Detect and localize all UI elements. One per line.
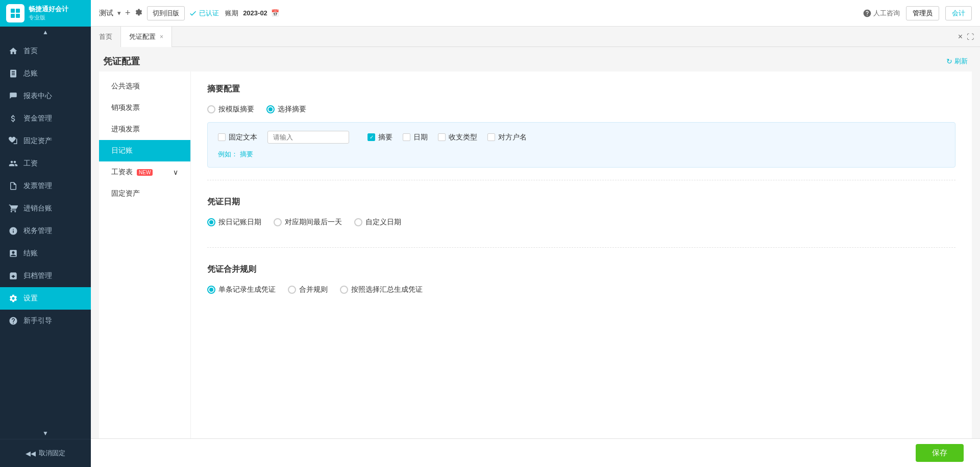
tabbar-close-button[interactable]: × — [958, 32, 963, 41]
tax-icon — [8, 226, 18, 236]
page-footer: 保存 — [91, 438, 980, 467]
archive-icon — [8, 271, 18, 281]
right-panel: 摘要配置 按模版摘要 选择摘要 — [191, 72, 972, 467]
sidebar-item-home[interactable]: 首页 — [0, 40, 91, 62]
sidebar: 畅捷通好会计 专业版 ▲ 首页 总账 报表中心 资金管理 — [0, 0, 91, 467]
refresh-button[interactable]: ↻ 刷新 — [946, 57, 968, 66]
radio-select-circle — [266, 105, 275, 113]
menu-item-payroll[interactable]: 工资表 NEW ∨ — [99, 161, 190, 183]
page-title: 凭证配置 — [103, 55, 140, 67]
sidebar-nav: 首页 总账 报表中心 资金管理 固定资产 — [0, 38, 91, 428]
summary-config-title: 摘要配置 — [207, 84, 955, 95]
app-logo-text: 畅捷通好会计 专业版 — [29, 5, 68, 21]
checkbox-date[interactable]: 日期 — [403, 133, 428, 142]
fund-icon — [8, 113, 18, 124]
sidebar-item-guide[interactable]: 新手引导 — [0, 310, 91, 332]
report-icon — [8, 91, 18, 101]
company-name: 测试 — [99, 9, 113, 18]
verified-badge: 已认证 — [189, 9, 219, 18]
page-header: 凭证配置 ↻ 刷新 — [91, 47, 980, 72]
checkbox-summary[interactable]: ✓ 摘要 — [368, 133, 393, 142]
tabbar-right: × ⛶ — [952, 32, 980, 41]
summary-radio-group: 按模版摘要 选择摘要 — [207, 105, 955, 114]
sidebar-item-close-account[interactable]: 结账 — [0, 242, 91, 265]
accountant-button[interactable]: 会计 — [945, 6, 972, 20]
content-inner: 凭证配置 ↻ 刷新 公共选项 销项发票 进项发票 日记账 — [91, 47, 980, 467]
radio-aggregate[interactable]: 按照选择汇总生成凭证 — [340, 285, 423, 294]
invoice-icon — [8, 181, 18, 191]
sidebar-item-invoice[interactable]: 发票管理 — [0, 175, 91, 197]
section-summary-config: 摘要配置 按模版摘要 选择摘要 — [207, 84, 955, 180]
radio-journal-date[interactable]: 按日记账日期 — [207, 218, 261, 227]
checkbox-fixed-text[interactable]: 固定文本 — [218, 133, 257, 142]
sidebar-item-fund[interactable]: 资金管理 — [0, 107, 91, 130]
tabbar: 首页 凭证配置 × × ⛶ — [91, 27, 980, 47]
radio-template-summary[interactable]: 按模版摘要 — [207, 105, 254, 114]
menu-item-public[interactable]: 公共选项 — [99, 76, 190, 97]
menu-item-fixed-assets[interactable]: 固定资产 — [99, 183, 190, 204]
tab-voucher-config[interactable]: 凭证配置 × — [121, 27, 172, 47]
sidebar-item-archive[interactable]: 归档管理 — [0, 265, 91, 287]
asset-icon — [8, 136, 18, 146]
left-menu: 公共选项 销项发票 进项发票 日记账 工资表 NEW ∨ — [99, 72, 191, 467]
consult-button[interactable]: 人工咨询 — [863, 9, 900, 18]
sidebar-item-tax[interactable]: 税务管理 — [0, 220, 91, 242]
sidebar-scroll-up[interactable]: ▲ — [0, 27, 91, 38]
radio-select-summary[interactable]: 选择摘要 — [266, 105, 306, 114]
period-label: 账期 2023-02 📅 — [225, 9, 280, 18]
cancel-fixed-button[interactable]: ◀◀ 取消固定 — [0, 445, 91, 462]
header-settings-button[interactable] — [135, 8, 143, 18]
menu-item-sales-invoice[interactable]: 销项发票 — [99, 97, 190, 119]
single-record-circle — [207, 286, 215, 294]
add-button[interactable]: + — [125, 8, 131, 18]
tab-close-icon[interactable]: × — [160, 33, 163, 40]
sidebar-bottom: ◀◀ 取消固定 — [0, 439, 91, 467]
sidebar-item-report[interactable]: 报表中心 — [0, 85, 91, 107]
menu-item-journal[interactable]: 日记账 — [99, 140, 190, 161]
cancel-fixed-icon: ◀◀ — [26, 450, 36, 457]
radio-period-last-day[interactable]: 对应期间最后一天 — [274, 218, 342, 227]
checkbox-payment-type[interactable]: 收支类型 — [438, 133, 477, 142]
sidebar-item-purchase[interactable]: 进销台账 — [0, 197, 91, 220]
ledger-icon — [8, 68, 18, 79]
sidebar-item-ledger[interactable]: 总账 — [0, 62, 91, 85]
radio-template-circle — [207, 105, 215, 113]
app-logo-icon — [6, 4, 24, 22]
menu-item-purchase-invoice[interactable]: 进项发票 — [99, 119, 190, 140]
tabbar-expand-button[interactable]: ⛶ — [967, 33, 974, 41]
voucher-date-title: 凭证日期 — [207, 197, 955, 207]
journal-date-circle — [207, 218, 215, 226]
fixed-text-checkbox — [218, 133, 226, 141]
sidebar-item-salary[interactable]: 工资 — [0, 152, 91, 175]
payment-type-checkbox — [438, 133, 446, 141]
settings-icon — [8, 293, 18, 303]
summary-options-box: 固定文本 ✓ 摘要 日期 — [207, 122, 955, 168]
layout-body: 公共选项 销项发票 进项发票 日记账 工资表 NEW ∨ — [99, 72, 972, 467]
example-text: 例如： 摘要 — [218, 150, 945, 159]
radio-custom-date[interactable]: 自定义日期 — [354, 218, 401, 227]
counterparty-checkbox — [487, 133, 495, 141]
voucher-date-radio-group: 按日记账日期 对应期间最后一天 自定义日期 — [207, 218, 955, 227]
switch-old-version-button[interactable]: 切到旧版 — [147, 6, 185, 20]
header: 测试 ▾ + 切到旧版 已认证 账期 2023-02 📅 人工咨询 管理员 会计 — [91, 0, 980, 27]
sidebar-item-asset[interactable]: 固定资产 — [0, 130, 91, 152]
company-dropdown-button[interactable]: ▾ — [117, 9, 121, 17]
sidebar-item-settings[interactable]: 设置 — [0, 287, 91, 310]
tab-home[interactable]: 首页 — [91, 27, 121, 47]
svg-rect-1 — [16, 9, 20, 13]
svg-rect-0 — [11, 9, 15, 13]
guide-icon — [8, 316, 18, 326]
fixed-text-input[interactable] — [267, 131, 349, 144]
radio-merge-rule[interactable]: 合并规则 — [288, 285, 328, 294]
new-badge: NEW — [137, 169, 153, 176]
custom-date-circle — [354, 218, 362, 226]
admin-button[interactable]: 管理员 — [906, 6, 939, 20]
salary-icon — [8, 158, 18, 169]
radio-single-record[interactable]: 单条记录生成凭证 — [207, 285, 276, 294]
main-content: 凭证配置 ↻ 刷新 公共选项 销项发票 进项发票 日记账 — [91, 47, 980, 467]
sidebar-scroll-down[interactable]: ▼ — [0, 428, 91, 439]
save-button[interactable]: 保存 — [916, 444, 964, 462]
date-checkbox — [403, 133, 410, 141]
summary-checkbox: ✓ — [368, 133, 375, 141]
checkbox-counterparty[interactable]: 对方户名 — [487, 133, 527, 142]
